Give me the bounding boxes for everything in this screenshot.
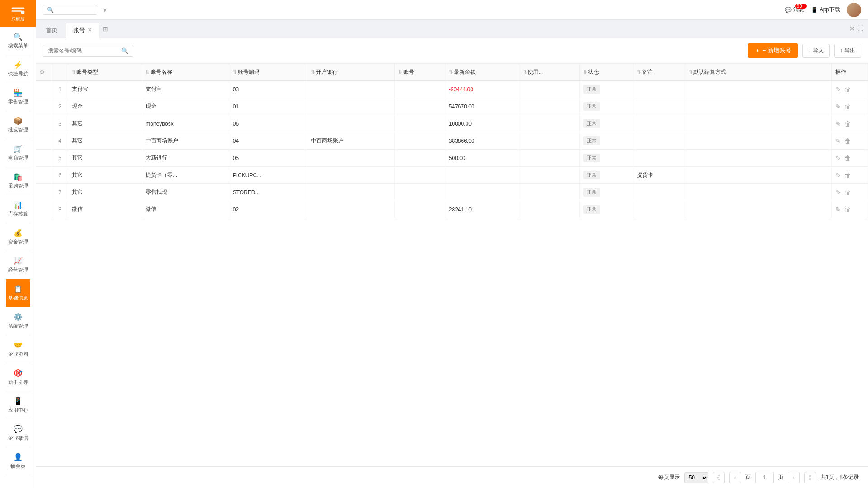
search-box[interactable]: 🔍 <box>43 45 133 57</box>
tab-home[interactable]: 首页 <box>38 23 65 38</box>
page-input[interactable] <box>755 472 774 483</box>
add-account-button[interactable]: ＋ + 新增账号 <box>748 43 798 58</box>
sidebar-item-search[interactable]: 🔍搜索菜单 <box>6 27 30 55</box>
row-settings-3[interactable] <box>36 132 52 150</box>
search-input[interactable] <box>48 47 119 54</box>
col-account[interactable]: ⇅ 账号 <box>394 64 445 81</box>
export-label: 导出 <box>844 47 855 55</box>
row-account-5 <box>394 167 445 184</box>
row-status-0: 正常 <box>580 81 633 98</box>
tab-close-icon[interactable]: ✕ <box>88 28 92 33</box>
per-page-select[interactable]: 50 20 100 <box>684 472 708 483</box>
col-remark[interactable]: ⇅ 备注 <box>633 64 685 81</box>
row-name-0: 支付宝 <box>142 81 229 98</box>
app-download[interactable]: 📱 App下载 <box>811 6 840 14</box>
tab-home-label: 首页 <box>46 26 57 34</box>
table-row: 6 其它 提货卡（零... PICKUPC... 正常 提货卡 ✎ 🗑 <box>36 167 868 184</box>
delete-icon-5[interactable]: 🗑 <box>844 172 851 179</box>
edit-icon-7[interactable]: ✎ <box>835 206 841 213</box>
edit-icon-0[interactable]: ✎ <box>835 86 841 93</box>
row-remark-2 <box>633 115 685 132</box>
edit-icon-4[interactable]: ✎ <box>835 155 841 162</box>
tab-close-window-icon[interactable]: ✕ <box>849 24 855 33</box>
sidebar-item-corpwechat[interactable]: 💬企业微信 <box>6 419 30 447</box>
row-settings-2[interactable] <box>36 115 52 132</box>
row-settings-1[interactable] <box>36 98 52 115</box>
delete-icon-4[interactable]: 🗑 <box>844 155 851 162</box>
sidebar-item-finance[interactable]: 💰资金管理 <box>6 223 30 251</box>
sidebar-item-newbie[interactable]: 🎯新手引导 <box>6 363 30 391</box>
pagination-last[interactable]: ⟫ <box>804 472 816 483</box>
table-header: ⚙ ⇅ 账号类型 ⇅ 账号名称 ⇅ 账号编码 ⇅ 开户银行 ⇅ 账号 ⇅ 最新余… <box>36 64 868 81</box>
sidebar-item-ecommerce[interactable]: 🛒电商管理 <box>6 139 30 167</box>
tab-account[interactable]: 账号 ✕ <box>66 23 99 38</box>
row-status-6: 正常 <box>580 184 633 201</box>
sidebar-item-appcenter[interactable]: 📱应用中心 <box>6 391 30 419</box>
row-code-2: 06 <box>229 115 307 132</box>
row-settings-7[interactable] <box>36 201 52 218</box>
row-bank-7 <box>307 201 394 218</box>
sidebar-item-member[interactable]: 👤畅会员 <box>6 447 30 475</box>
row-usage-4 <box>519 150 580 167</box>
col-settlement[interactable]: ⇅ 默认结算方式 <box>685 64 831 81</box>
delete-icon-3[interactable]: 🗑 <box>844 137 851 145</box>
sidebar-label-ecommerce: 电商管理 <box>8 155 28 161</box>
import-button[interactable]: ↓ 导入 <box>802 44 830 58</box>
col-bank[interactable]: ⇅ 开户银行 <box>307 64 394 81</box>
delete-icon-2[interactable]: 🗑 <box>844 120 851 127</box>
tab-expand-icon[interactable]: ⊞ <box>103 25 108 33</box>
topbar-dropdown-icon[interactable]: ▼ <box>102 6 108 14</box>
topbar-right: 💬 消息 99+ 📱 App下载 <box>785 3 861 17</box>
edit-icon-6[interactable]: ✎ <box>835 189 841 196</box>
row-settings-4[interactable] <box>36 150 52 167</box>
edit-icon-5[interactable]: ✎ <box>835 172 841 179</box>
sidebar-item-retail[interactable]: 🏪零售管理 <box>6 83 30 111</box>
sidebar-label-finance: 资金管理 <box>8 239 28 245</box>
sidebar-item-wholesale[interactable]: 📦批发管理 <box>6 111 30 139</box>
row-account-3 <box>394 132 445 150</box>
message-badge: 99+ <box>795 4 807 9</box>
edit-icon-1[interactable]: ✎ <box>835 103 841 110</box>
row-settings-5[interactable] <box>36 167 52 184</box>
delete-icon-1[interactable]: 🗑 <box>844 103 851 110</box>
pagination-next[interactable]: › <box>788 472 800 483</box>
edit-icon-3[interactable]: ✎ <box>835 137 841 145</box>
edit-icon-2[interactable]: ✎ <box>835 120 841 127</box>
row-actions-5: ✎ 🗑 <box>832 167 868 184</box>
delete-icon-6[interactable]: 🗑 <box>844 189 851 196</box>
row-account-1 <box>394 98 445 115</box>
col-balance[interactable]: ⇅ 最新余额 <box>445 64 519 81</box>
row-type-4: 其它 <box>68 150 142 167</box>
col-status[interactable]: ⇅ 状态 <box>580 64 633 81</box>
row-settlement-3 <box>685 132 831 150</box>
delete-icon-7[interactable]: 🗑 <box>844 206 851 213</box>
sidebar-item-inventory[interactable]: 📊库存核算 <box>6 195 30 223</box>
import-icon: ↓ <box>808 47 811 54</box>
col-type[interactable]: ⇅ 账号类型 <box>68 64 142 81</box>
pagination-first[interactable]: ⟪ <box>713 472 725 483</box>
export-button[interactable]: ↑ 导出 <box>834 44 861 58</box>
row-settings-0[interactable] <box>36 81 52 98</box>
sidebar-item-contract[interactable]: 🤝企业协同 <box>6 335 30 363</box>
per-page-label: 每页显示 <box>658 474 680 481</box>
col-settings[interactable]: ⚙ <box>36 64 52 81</box>
sidebar-item-operation[interactable]: 📈经营管理 <box>6 251 30 279</box>
col-name[interactable]: ⇅ 账号名称 <box>142 64 229 81</box>
sidebar-item-basic[interactable]: 📋基础信息 <box>6 279 30 307</box>
topbar-message[interactable]: 💬 消息 99+ <box>785 6 804 14</box>
col-code[interactable]: ⇅ 账号编码 <box>229 64 307 81</box>
toolbar: 🔍 ＋ + 新增账号 ↓ 导入 ↑ 导出 <box>36 38 868 64</box>
user-avatar[interactable] <box>847 3 861 17</box>
sidebar-item-purchase[interactable]: 🛍️采购管理 <box>6 167 30 195</box>
pagination-prev[interactable]: ‹ <box>729 472 741 483</box>
row-settlement-2 <box>685 115 831 132</box>
tab-fullscreen-icon[interactable]: ⛶ <box>857 24 863 33</box>
row-settings-6[interactable] <box>36 184 52 201</box>
row-remark-5: 提货卡 <box>633 167 685 184</box>
sidebar-item-system[interactable]: ⚙️系统管理 <box>6 307 30 335</box>
row-bank-3: 中百商场账户 <box>307 132 394 150</box>
sidebar-item-shortcut[interactable]: ⚡快捷导航 <box>6 55 30 83</box>
delete-icon-0[interactable]: 🗑 <box>844 86 851 93</box>
col-usage[interactable]: ⇅ 使用... <box>519 64 580 81</box>
sidebar-label-appcenter: 应用中心 <box>8 407 28 413</box>
